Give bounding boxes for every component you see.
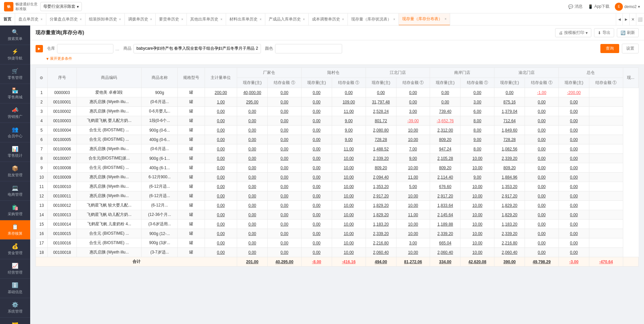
cell-qty[interactable]: 3.00 — [396, 107, 430, 116]
cell-value[interactable]: 15 — [36, 220, 48, 229]
nav-tab[interactable]: 现存量（库存状况表）× — [348, 13, 399, 26]
cell-amt[interactable]: 2,339.20 — [366, 154, 396, 163]
cell-qty[interactable]: 0.00 — [205, 154, 237, 163]
cell-amt[interactable]: 0.00 — [301, 173, 332, 182]
cell-qty[interactable]: 0.00 — [268, 182, 302, 191]
cell-qty[interactable]: 10.00 — [332, 229, 366, 238]
tab-close-icon[interactable]: × — [181, 17, 183, 21]
cell-amt[interactable]: 0.00 — [301, 220, 332, 229]
cell-qty[interactable]: 0.00 — [396, 97, 430, 107]
cell-value[interactable]: 6 — [36, 135, 48, 144]
nav-tab[interactable]: 盘点单历史× — [15, 13, 46, 26]
cell-amt[interactable]: 0.00 — [237, 191, 268, 201]
nav-tab[interactable]: 要货单历史× — [156, 13, 187, 26]
cell-qty[interactable]: 9.00 — [461, 135, 494, 144]
cell-qty[interactable]: 8.00 — [461, 116, 494, 126]
tab-close-icon[interactable]: × — [393, 17, 395, 21]
cell-qty[interactable]: 10.00 — [332, 163, 366, 173]
cell-qty[interactable]: 0.00 — [461, 88, 494, 97]
cell-qty[interactable]: 9.00 — [461, 173, 494, 182]
cell-amt[interactable]: 728.28 — [366, 135, 396, 144]
cell-amt[interactable]: 2,339.20 — [494, 154, 525, 163]
cell-amt[interactable]: 0.00 — [237, 182, 268, 191]
sum-cell[interactable]: -470.64 — [589, 257, 623, 267]
nav-tab[interactable]: 成本调整单历史× — [309, 13, 348, 26]
cell-qty[interactable]: 0.00 — [268, 210, 302, 220]
cell-qty[interactable]: 10.00 — [461, 210, 494, 220]
cell-amt[interactable]: 0.00 — [301, 154, 332, 163]
sidebar-item-会员中心[interactable]: 👥会员中心 — [0, 123, 30, 142]
cell-amt[interactable]: 0.00 — [301, 144, 332, 154]
goods-input[interactable] — [133, 44, 261, 53]
cell-qty[interactable]: 9.00 — [332, 126, 366, 135]
cell-amt[interactable]: 0.00 — [301, 191, 332, 201]
cell-qty[interactable]: 0.00 — [268, 88, 302, 97]
cell-amt[interactable]: 0.00 — [558, 248, 589, 257]
cell-amt[interactable]: 31,797.48 — [366, 97, 396, 107]
sum-cell[interactable]: 201.00 — [237, 257, 268, 267]
cell-value[interactable]: 10 — [36, 173, 48, 182]
app-download-btn[interactable]: 📱 App下载 — [588, 4, 609, 9]
cell-amt[interactable]: 1,829.20 — [494, 210, 525, 220]
sum-cell[interactable]: -416.16 — [332, 257, 366, 267]
cell-qty[interactable]: 0.00 — [268, 116, 302, 126]
th-settings[interactable]: ⚙ — [36, 68, 48, 88]
cell-qty[interactable]: 0.00 — [525, 238, 559, 248]
cell-amt[interactable]: 0.00 — [301, 107, 332, 116]
sum-cell[interactable]: 334.00 — [430, 257, 461, 267]
sidebar-item-经营管理[interactable]: 📈经营管理 — [0, 259, 30, 279]
cell-amt[interactable]: 0.00 — [301, 126, 332, 135]
cell-amt[interactable]: 0.00 — [237, 220, 268, 229]
sum-cell[interactable]: 42,620.08 — [461, 257, 494, 267]
cell-qty[interactable]: 10.00 — [461, 248, 494, 257]
cell-qty[interactable]: 0.00 — [268, 173, 302, 182]
cell-code[interactable]: 00100002 — [47, 107, 77, 116]
nav-prev-btn[interactable]: ◀ — [616, 13, 623, 26]
cell-qty[interactable]: 10.00 — [461, 229, 494, 238]
sidebar-item-系统管理[interactable]: ⚙️系统管理 — [0, 298, 30, 318]
cell-qty[interactable]: 0.00 — [268, 163, 302, 173]
cell-qty[interactable]: 9.00 — [396, 154, 430, 163]
message-btn[interactable]: 💬 消息 — [568, 4, 583, 9]
cell-amt[interactable]: 676.60 — [430, 182, 461, 191]
cell-amt[interactable]: 0.00 — [301, 210, 332, 220]
cell-qty[interactable]: 0.00 — [205, 229, 237, 238]
cell-amt[interactable]: 0.00 — [301, 238, 332, 248]
cell-qty[interactable]: 0.00 — [205, 210, 237, 220]
user-menu[interactable]: E demo2 ▾ — [615, 3, 640, 11]
cell-qty[interactable]: 10.00 — [461, 163, 494, 173]
print-btn[interactable]: 🖨 按模板打印 ▾ — [555, 28, 591, 37]
refresh-btn[interactable]: 🔄 刷新 — [617, 28, 639, 37]
sum-cell[interactable]: 494.00 — [366, 257, 396, 267]
cell-code[interactable]: 00100009 — [47, 173, 77, 182]
cell-amt[interactable]: 0.00 — [558, 201, 589, 210]
cell-qty[interactable]: 0.00 — [268, 248, 302, 257]
cell-qty[interactable]: 0.00 — [205, 248, 237, 257]
cell-qty[interactable]: 0.00 — [205, 116, 237, 126]
cell-value[interactable]: 14 — [36, 210, 48, 220]
cell-amt[interactable]: 2,105.28 — [430, 154, 461, 163]
warehouse-ellipsis-btn[interactable]: ... — [115, 46, 119, 51]
cell-amt[interactable]: 0.00 — [237, 210, 268, 220]
cell-value[interactable]: 7 — [36, 144, 48, 154]
cell-qty[interactable]: 0.00 — [205, 191, 237, 201]
cell-value[interactable]: 5 — [36, 126, 48, 135]
cell-amt[interactable]: 0.00 — [301, 248, 332, 257]
cell-amt[interactable]: 1,884.96 — [494, 173, 525, 182]
tab-close-icon[interactable]: × — [150, 17, 152, 21]
cell-qty[interactable]: 11.00 — [332, 144, 366, 154]
org-selector[interactable]: 母婴行业演示陈套 ▾ — [40, 2, 82, 11]
cell-qty[interactable]: 9.00 — [332, 135, 366, 144]
cell-qty[interactable]: 0.00 — [268, 126, 302, 135]
cell-qty[interactable]: 200.00 — [205, 88, 237, 97]
cell-qty[interactable]: 0.00 — [205, 107, 237, 116]
cell-qty[interactable]: 0.00 — [205, 182, 237, 191]
cell-amt[interactable]: 40,000.00 — [237, 88, 268, 97]
cell-code[interactable]: 00100016 — [47, 238, 77, 248]
sidebar-item-零售管理[interactable]: 🛒零售管理 — [0, 64, 30, 84]
cell-amt[interactable]: 2,216.80 — [494, 238, 525, 248]
cell-amt[interactable]: 2,060.40 — [494, 248, 525, 257]
cell-qty[interactable]: 11.00 — [396, 173, 430, 182]
nav-tab[interactable]: 组装拆卸单历史× — [86, 13, 125, 26]
sidebar-item-基础信息[interactable]: ℹ️基础信息 — [0, 279, 30, 298]
